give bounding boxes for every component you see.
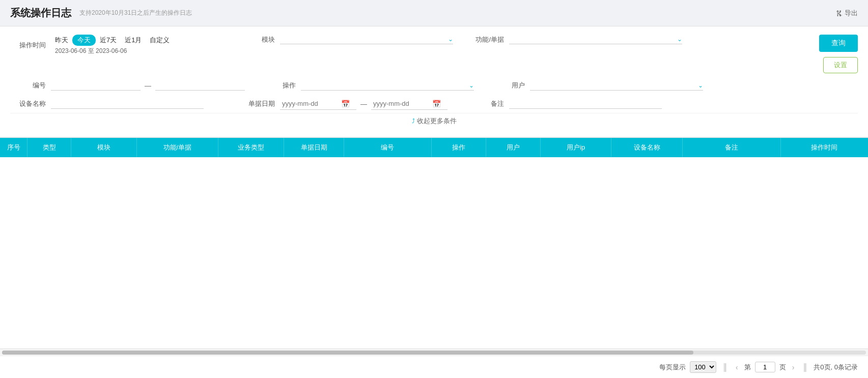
user-filter-item: 用户 ⌄ xyxy=(489,81,703,91)
filter-area: 操作时间 昨天 今天 近7天 近1月 自定义 2023-06-06 至 2023… xyxy=(0,26,868,138)
time-btn-1month[interactable]: 近1月 xyxy=(121,35,146,46)
time-btn-today[interactable]: 今天 xyxy=(72,35,96,46)
doc-date-end-input[interactable] xyxy=(371,99,432,108)
time-range: 2023-06-06 至 2023-06-06 xyxy=(55,47,174,55)
col-remark: 备注 xyxy=(682,138,780,157)
code-end-input[interactable] xyxy=(155,80,245,91)
col-seq: 序号 xyxy=(0,138,27,157)
empty-row xyxy=(0,157,868,310)
function-filter-item: 功能/单据 ⌄ xyxy=(468,35,682,44)
scrollbar-track xyxy=(2,351,866,355)
operation-value xyxy=(301,84,467,86)
doc-date-end-wrapper: 📅 xyxy=(371,98,447,110)
table-container: 序号 类型 模块 功能/单据 业务类型 单据日期 编号 操作 用户 用户ip 设… xyxy=(0,138,868,348)
time-filter-group: 昨天 今天 近7天 近1月 自定义 xyxy=(51,35,174,46)
module-label: 模块 xyxy=(239,35,275,44)
function-chevron-icon: ⌄ xyxy=(677,36,682,43)
device-label: 设备名称 xyxy=(10,99,46,108)
code-label: 编号 xyxy=(10,81,46,90)
page-number-input[interactable] xyxy=(755,362,775,372)
col-user: 用户 xyxy=(486,138,540,157)
export-icon: ⛕ xyxy=(835,9,843,17)
doc-date-start-input[interactable] xyxy=(280,99,341,108)
device-filter-item: 设备名称 xyxy=(10,99,224,109)
remark-input[interactable] xyxy=(509,99,662,109)
pagination: 每页显示 100 50 200 ║ ‹ 第 页 › ║ 共0页, 0条记录 xyxy=(0,356,868,378)
device-input[interactable] xyxy=(51,99,204,109)
module-select[interactable]: ⌄ xyxy=(280,35,453,44)
scrollbar-thumb[interactable] xyxy=(2,351,693,355)
export-button[interactable]: ⛕ 导出 xyxy=(835,9,858,18)
remark-label: 备注 xyxy=(468,99,504,108)
col-function: 功能/单据 xyxy=(136,138,218,157)
col-device: 设备名称 xyxy=(611,138,682,157)
last-page-button[interactable]: ║ xyxy=(800,362,809,372)
date-dash: — xyxy=(360,100,367,108)
module-chevron-icon: ⌄ xyxy=(448,36,453,43)
module-filter-item: 模块 ⌄ xyxy=(239,35,453,44)
collapse-label: 收起更多条件 xyxy=(417,117,457,126)
time-label: 操作时间 xyxy=(10,41,46,50)
page-label: 第 xyxy=(744,363,751,372)
remark-filter-item: 备注 xyxy=(468,99,858,109)
col-user-ip: 用户ip xyxy=(541,138,611,157)
page-title: 系统操作日志 xyxy=(10,6,71,20)
operation-filter-item: 操作 ⌄ xyxy=(260,81,474,91)
page-subtitle: 支持2020年10月31日之后产生的操作日志 xyxy=(79,9,192,17)
next-page-button[interactable]: › xyxy=(790,362,797,372)
function-select[interactable]: ⌄ xyxy=(509,35,682,44)
user-chevron-icon: ⌄ xyxy=(698,82,703,89)
time-btn-custom[interactable]: 自定义 xyxy=(146,35,174,46)
code-dash: — xyxy=(145,82,151,90)
doc-date-label: 单据日期 xyxy=(239,99,275,108)
prev-page-button[interactable]: ‹ xyxy=(734,362,740,372)
operation-label: 操作 xyxy=(260,81,296,90)
calendar-start-icon[interactable]: 📅 xyxy=(341,100,350,108)
per-page-label: 每页显示 xyxy=(659,363,686,372)
user-label: 用户 xyxy=(489,81,525,90)
table-header-row: 序号 类型 模块 功能/单据 业务类型 单据日期 编号 操作 用户 用户ip 设… xyxy=(0,138,868,157)
page-container: 系统操作日志 支持2020年10月31日之后产生的操作日志 ⛕ 导出 操作时间 … xyxy=(0,0,868,378)
query-button[interactable]: 查询 xyxy=(819,35,858,52)
col-module: 模块 xyxy=(71,138,136,157)
time-btn-yesterday[interactable]: 昨天 xyxy=(51,35,72,46)
collapse-bar[interactable]: ⤴ 收起更多条件 xyxy=(10,113,858,129)
code-start-input[interactable] xyxy=(51,80,141,91)
calendar-end-icon[interactable]: 📅 xyxy=(432,100,441,108)
operation-chevron-icon: ⌄ xyxy=(469,82,474,89)
per-page-select[interactable]: 100 50 200 xyxy=(690,361,716,373)
col-operation: 操作 xyxy=(431,138,486,157)
doc-date-start-wrapper: 📅 xyxy=(280,98,356,110)
page-unit: 页 xyxy=(779,363,786,372)
time-btn-7days[interactable]: 近7天 xyxy=(96,35,121,46)
data-table: 序号 类型 模块 功能/单据 业务类型 单据日期 编号 操作 用户 用户ip 设… xyxy=(0,138,868,310)
empty-cell xyxy=(0,157,868,310)
settings-button[interactable]: 设置 xyxy=(823,57,858,73)
function-value xyxy=(509,38,675,40)
action-buttons: 查询 设置 xyxy=(809,35,858,73)
user-value xyxy=(530,84,696,86)
page-header: 系统操作日志 支持2020年10月31日之后产生的操作日志 ⛕ 导出 xyxy=(0,0,868,26)
user-select[interactable]: ⌄ xyxy=(530,81,703,91)
col-biz-type: 业务类型 xyxy=(218,138,284,157)
horizontal-scrollbar[interactable] xyxy=(0,348,868,356)
table-body xyxy=(0,157,868,310)
time-filter-item: 操作时间 昨天 今天 近7天 近1月 自定义 2023-06-06 至 2023… xyxy=(10,35,224,55)
module-value xyxy=(280,38,446,40)
total-info: 共0页, 0条记录 xyxy=(814,363,858,372)
doc-date-filter-item: 单据日期 📅 — 📅 xyxy=(239,98,453,110)
col-op-time: 操作时间 xyxy=(780,138,868,157)
col-code: 编号 xyxy=(344,138,432,157)
col-doc-date: 单据日期 xyxy=(284,138,344,157)
collapse-icon: ⤴ xyxy=(412,118,415,125)
col-type: 类型 xyxy=(27,138,71,157)
export-label: 导出 xyxy=(845,9,858,18)
first-page-button[interactable]: ║ xyxy=(720,362,730,372)
operation-select[interactable]: ⌄ xyxy=(301,81,474,91)
function-label: 功能/单据 xyxy=(468,35,504,44)
code-filter-item: 编号 — xyxy=(10,80,245,91)
